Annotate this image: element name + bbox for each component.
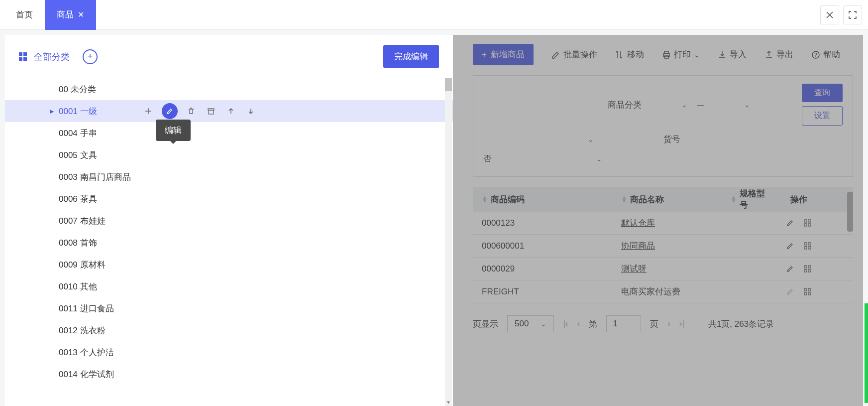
tree-item[interactable]: 0010 其他 bbox=[5, 275, 453, 297]
scroll-thumb[interactable] bbox=[445, 78, 452, 91]
tree-item[interactable]: ▶0001 一级 bbox=[5, 100, 453, 122]
top-tab-bar: 首页 商品 ✕ bbox=[0, 0, 868, 30]
tree-item[interactable]: 0013 个人护洁 bbox=[5, 341, 453, 363]
tree-item-label: 0006 茶具 bbox=[59, 193, 97, 205]
tree-item[interactable]: 0004 手串 bbox=[5, 122, 453, 144]
svg-rect-22 bbox=[209, 110, 214, 114]
tree-item-label: 0014 化学试剂 bbox=[59, 369, 114, 380]
tree-item-label: 0008 首饰 bbox=[59, 237, 97, 249]
done-edit-button[interactable]: 完成编辑 bbox=[383, 45, 439, 68]
tree-item-label: 0007 布娃娃 bbox=[59, 215, 106, 227]
tree-item[interactable]: 0006 茶具 bbox=[5, 188, 453, 210]
close-all-button[interactable] bbox=[820, 5, 839, 24]
caret-icon[interactable]: ▶ bbox=[50, 108, 54, 115]
add-category-button[interactable]: + bbox=[83, 49, 98, 64]
tree-item-label: 0012 洗衣粉 bbox=[59, 325, 106, 336]
tree-item-label: 0005 文具 bbox=[59, 149, 97, 161]
tree-item[interactable]: 00 未分类 bbox=[5, 78, 453, 100]
fullscreen-icon bbox=[849, 11, 857, 19]
tree-item[interactable]: 0003 南昌门店商品 bbox=[5, 166, 453, 188]
edit-button[interactable] bbox=[162, 103, 178, 119]
tree-item-label: 00 未分类 bbox=[59, 84, 96, 95]
tree-item-label: 0011 进口食品 bbox=[59, 303, 114, 314]
category-tree: 编辑 00 未分类▶0001 一级0004 手串0005 文具0003 南昌门店… bbox=[5, 78, 453, 406]
tree-item[interactable]: 0014 化学试剂 bbox=[5, 363, 453, 385]
tree-item[interactable]: 0008 首饰 bbox=[5, 232, 453, 254]
add-child-button[interactable] bbox=[142, 105, 155, 118]
plus-icon: + bbox=[88, 51, 93, 62]
scroll-down-icon[interactable]: ▼ bbox=[445, 400, 452, 405]
grid-icon bbox=[19, 52, 28, 61]
close-icon[interactable]: ✕ bbox=[78, 10, 84, 19]
tree-item[interactable]: 0009 原材料 bbox=[5, 254, 453, 275]
category-root-link[interactable]: 全部分类 bbox=[34, 51, 70, 63]
archive-button[interactable] bbox=[205, 105, 217, 118]
tree-item-label: 0004 手串 bbox=[59, 128, 97, 139]
category-edit-panel: 全部分类 + 完成编辑 编辑 00 未分类▶0001 一级0004 手串0005… bbox=[5, 35, 453, 406]
tree-item-label: 0010 其他 bbox=[59, 281, 97, 292]
tree-item-label: 0001 一级 bbox=[59, 106, 97, 117]
tab-product-label: 商品 bbox=[57, 9, 74, 20]
move-down-button[interactable] bbox=[244, 105, 257, 118]
tree-item[interactable]: 0011 进口食品 bbox=[5, 297, 453, 319]
tree-item-label: 0013 个人护洁 bbox=[59, 347, 114, 358]
tab-home[interactable]: 首页 bbox=[4, 0, 45, 30]
fullscreen-button[interactable] bbox=[843, 5, 862, 24]
delete-button[interactable] bbox=[185, 105, 198, 118]
tree-item[interactable]: 0012 洗衣粉 bbox=[5, 319, 453, 341]
move-up-button[interactable] bbox=[224, 105, 237, 118]
tree-scrollbar[interactable]: ▼ bbox=[445, 78, 452, 406]
edit-tooltip: 编辑 bbox=[156, 120, 191, 141]
tree-item-label: 0003 南昌门店商品 bbox=[59, 171, 131, 183]
green-side-indicator bbox=[865, 303, 868, 403]
tab-product[interactable]: 商品 ✕ bbox=[45, 0, 96, 30]
close-icon bbox=[826, 11, 834, 19]
tree-item-label: 0009 原材料 bbox=[59, 259, 106, 271]
tree-item[interactable]: 0005 文具 bbox=[5, 144, 453, 166]
tree-item[interactable]: 0007 布娃娃 bbox=[5, 210, 453, 232]
